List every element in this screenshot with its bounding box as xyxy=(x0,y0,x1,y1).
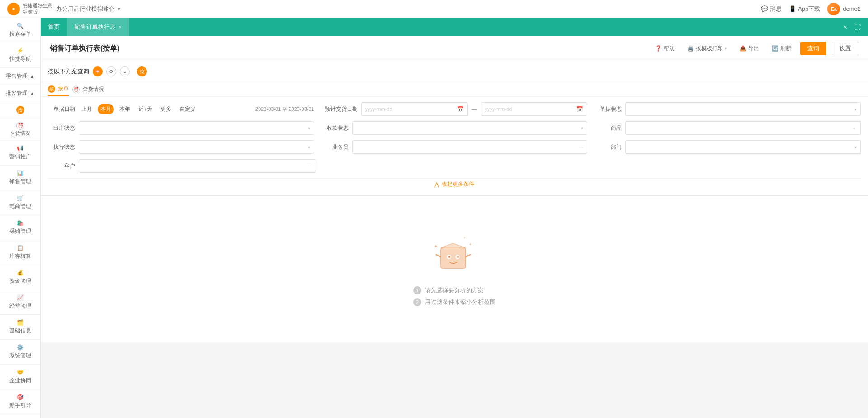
sidebar-item-purchase[interactable]: 🛍️ 采购管理 xyxy=(0,215,40,240)
outbound-arrow-icon: ▾ xyxy=(308,126,310,131)
filter-nav-item-按单[interactable]: 按 xyxy=(137,66,147,76)
tab-minimize-button[interactable]: × xyxy=(842,23,849,32)
sidebar-item-wholesale[interactable]: 批发管理 ▲ xyxy=(0,85,40,102)
page-title: 销售订单执行表(按单) xyxy=(50,44,120,53)
refresh-button[interactable]: 🔄 刷新 xyxy=(768,43,795,54)
sidebar-item-finance[interactable]: 💰 资金管理 xyxy=(0,265,40,290)
print-icon: 🖨️ xyxy=(687,45,694,52)
tab-home[interactable]: 首页 xyxy=(41,18,67,36)
date-placeholder-from: yyyy-mm-dd xyxy=(365,106,392,112)
print-button[interactable]: 🖨️ 按模板打印 ▾ xyxy=(684,43,731,54)
download-icon: 📱 xyxy=(789,5,796,12)
collapse-label: 收起更多条件 xyxy=(442,180,474,188)
sidebar-item-basic-info[interactable]: 🗂️ 基础信息 xyxy=(0,315,40,340)
calendar-icon-to: 📅 xyxy=(576,106,583,112)
user-menu[interactable]: Ea demo2 xyxy=(827,3,861,15)
svg-point-5 xyxy=(448,256,450,258)
guide-icon: 🎯 xyxy=(17,394,24,400)
sidebar-item-operations[interactable]: 📈 经营管理 xyxy=(0,290,40,315)
department-dropdown[interactable]: ▾ xyxy=(625,140,861,154)
breadcrumb-text: 办公用品行业模拟账套 xyxy=(56,5,115,13)
tab-sales-order[interactable]: 销售订单执行表 × xyxy=(67,18,129,36)
subnav-item-欠货[interactable]: ⏰ 欠货情况 xyxy=(72,86,104,96)
sidebar-item-retail[interactable]: 零售管理 ▲ xyxy=(0,68,40,85)
sidebar-item-marketing[interactable]: 📢 营销推广 xyxy=(0,141,40,166)
filter-field-payment: 收款状态 ▾ xyxy=(321,121,588,135)
help-icon: ❓ xyxy=(655,45,662,52)
sidebar-item-app-center[interactable]: 📱 应用中心 xyxy=(0,414,40,418)
filter-row-3: 执行状态 ▾ 业务员 ··· xyxy=(48,140,861,154)
order-status-dropdown[interactable]: ▾ xyxy=(625,102,861,116)
help-button[interactable]: ❓ 帮助 xyxy=(651,43,678,54)
sidebar-item-inventory[interactable]: 📋 库存核算 xyxy=(0,240,40,265)
filter-field-customer: 客户 ··· xyxy=(48,159,316,173)
app-download-button[interactable]: 📱 App下载 xyxy=(789,5,820,13)
exec-status-dropdown[interactable]: ▾ xyxy=(79,140,314,154)
date-option-last-month[interactable]: 上月 xyxy=(79,104,95,114)
date-option-current-month[interactable]: 本月 xyxy=(98,104,114,114)
header-left: 畅捷通好生意 标准版 办公用品行业模拟账套 ▾ xyxy=(7,3,121,15)
filter-add-button[interactable]: + xyxy=(93,66,103,76)
svg-point-6 xyxy=(457,256,459,258)
sidebar-label-quick-nav: 快捷导航 xyxy=(9,55,31,63)
customer-dropdown[interactable]: ··· xyxy=(79,159,316,173)
username-label: demo2 xyxy=(843,5,861,12)
filter-refresh-button[interactable]: ⟳ xyxy=(106,66,116,76)
sidebar-label-retail: 零售管理 xyxy=(6,72,28,80)
sidebar-label-basic-info: 基础信息 xyxy=(9,327,31,335)
sidebar-item-search[interactable]: 🔍 搜索菜单 xyxy=(0,18,40,43)
date-option-custom[interactable]: 自定义 xyxy=(177,104,198,114)
export-button[interactable]: 📤 导出 xyxy=(736,43,763,54)
order-date-label: 单据日期 xyxy=(48,105,75,113)
product-label: 商品 xyxy=(594,124,622,132)
date-placeholder-to: yyyy-mm-dd xyxy=(485,106,512,112)
subnav-item-按单[interactable]: 按 按单 xyxy=(48,85,69,96)
sidebar-item-guide[interactable]: 🎯 新手引导 xyxy=(0,390,40,414)
settings-button[interactable]: 设置 xyxy=(832,42,859,55)
tab-maximize-button[interactable]: ⛶ xyxy=(853,23,863,32)
breadcrumb-arrow-icon[interactable]: ▾ xyxy=(118,5,121,12)
filter-field-department: 部门 ▾ xyxy=(594,140,861,154)
app-download-label: App下载 xyxy=(798,5,820,13)
date-option-current-year[interactable]: 本年 xyxy=(117,104,133,114)
product-dropdown[interactable]: ··· xyxy=(625,121,861,135)
collapse-more-button[interactable]: ⋀ 收起更多条件 xyxy=(48,178,861,190)
sidebar-item-collaboration[interactable]: 🤝 企业协同 xyxy=(0,365,40,390)
avatar: Ea xyxy=(827,3,840,15)
filter-collapse-button[interactable]: « xyxy=(120,66,130,76)
message-button[interactable]: 💬 消息 xyxy=(761,5,782,13)
sidebar-item-quick-nav[interactable]: ⚡ 快捷导航 xyxy=(0,43,40,68)
salesperson-dropdown[interactable]: ··· xyxy=(352,140,588,154)
filter-panel: 按以下方案查询 + ⟳ « 按 按 按单 ⏰ xyxy=(41,61,868,196)
sidebar-label-guide: 新手引导 xyxy=(9,402,31,409)
sidebar-item-ecommerce[interactable]: 🛒 电商管理 xyxy=(0,190,40,215)
date-option-more[interactable]: 更多 xyxy=(158,104,174,114)
exec-status-label: 执行状态 xyxy=(48,143,75,151)
main-layout: 🔍 搜索菜单 ⚡ 快捷导航 零售管理 ▲ 批发管理 ▲ 按 ⏰ 欠货情况 📢 xyxy=(0,18,868,418)
empty-state: ✦ ✦ ✦ 1 请先选择要分析的方案 2 用过滤条件来缩小分析范围 xyxy=(41,196,868,342)
sidebar-subitem-按单[interactable]: 按 xyxy=(0,102,40,118)
delivery-date-from[interactable]: yyyy-mm-dd 📅 xyxy=(361,102,468,116)
sidebar-label-inventory: 库存核算 xyxy=(9,252,31,260)
product-more-icon: ··· xyxy=(853,125,857,131)
delivery-date-to[interactable]: yyyy-mm-dd 📅 xyxy=(481,102,588,116)
sidebar-item-system[interactable]: ⚙️ 系统管理 xyxy=(0,340,40,365)
sidebar-subitem-quhuo[interactable]: ⏰ 欠货情况 xyxy=(0,118,40,141)
tab-close-icon[interactable]: × xyxy=(118,24,122,30)
department-arrow-icon: ▾ xyxy=(854,145,857,150)
date-option-last7[interactable]: 近7天 xyxy=(136,104,155,114)
quick-nav-icon: ⚡ xyxy=(17,48,24,54)
delivery-date-label: 预计交货日期 xyxy=(321,105,358,113)
sales-icon: 📊 xyxy=(17,170,24,176)
filter-title: 按以下方案查询 xyxy=(48,67,89,76)
payment-dropdown[interactable]: ▾ xyxy=(352,121,588,135)
outbound-dropdown[interactable]: ▾ xyxy=(79,121,314,135)
print-arrow-icon: ▾ xyxy=(725,46,727,51)
date-range-display: 2023-03-01 至 2023-03-31 xyxy=(255,106,314,113)
order-status-label: 单据状态 xyxy=(594,105,622,113)
sidebar-item-sales[interactable]: 📊 销售管理 xyxy=(0,166,40,190)
filter-row-2: 出库状态 ▾ 收款状态 ▾ xyxy=(48,121,861,135)
retail-expand-icon: ▲ xyxy=(30,74,34,79)
query-button[interactable]: 查询 xyxy=(800,42,826,55)
refresh-label: 刷新 xyxy=(780,45,791,52)
